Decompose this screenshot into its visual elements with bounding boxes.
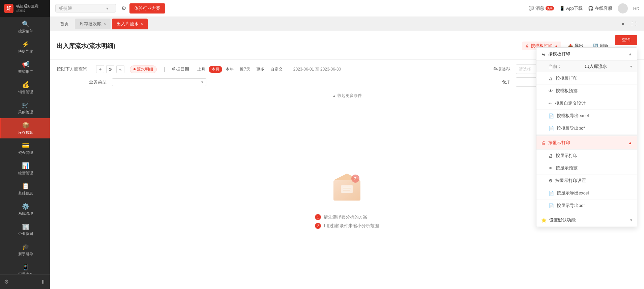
corp-icon: 🏢 — [22, 223, 29, 230]
dropdown-display-setting[interactable]: ⚙ 按显示打印设置 — [536, 175, 637, 187]
sidebar-item-sales[interactable]: 💰 销售管理 — [0, 78, 50, 98]
filter-actions-group: ＋ ⚙ « — [96, 65, 124, 73]
tab-flow[interactable]: 出入库流水 × — [112, 19, 148, 29]
date-tab-7days[interactable]: 近7天 — [237, 65, 253, 73]
dropdown-divider1 — [536, 135, 637, 136]
dropdown-template-pdf-label: 按模板导出pdf — [557, 125, 585, 131]
expand-window-button[interactable]: ⛶ — [629, 19, 639, 29]
dropdown-display-print-icon: 🖨 — [549, 153, 553, 158]
logo-text-group: 畅捷通好生意 标准版 — [16, 4, 38, 13]
window-controls: ✕ ⛶ — [618, 17, 639, 31]
tabs-bar: 首页 库存批次账 × 出入库流水 × ✕ ⛶ — [50, 17, 644, 31]
header-search-box[interactable]: ▾ — [55, 4, 116, 12]
tab-batch-close[interactable]: × — [104, 22, 106, 26]
sidebar-item-shortcut[interactable]: ⚡ 快捷导航 — [0, 37, 50, 57]
sidebar-item-marketing[interactable]: 📢 营销推广 — [0, 57, 50, 78]
sidebar-item-inventory[interactable]: 📦 库存核算 — [0, 118, 50, 138]
filter-business-select[interactable]: ▾ — [112, 78, 206, 86]
guide-icon: 🎓 — [22, 243, 29, 251]
dropdown-template-chevron: ▲ — [628, 52, 632, 56]
dropdown-template-excel[interactable]: 📄 按模板导出excel — [536, 110, 637, 122]
top-header: ▾ ⚙ 体验行业方案 💬 消息 99+ 📱 App下载 🎧 在线客服 Rit — [50, 0, 644, 17]
sidebar-bottom: ⚙ ⏸ — [0, 274, 50, 289]
dropdown-set-default[interactable]: ⭐ 设置默认功能 ▾ — [536, 214, 637, 227]
dropdown-display-section-title: 按显示打印 — [548, 140, 570, 146]
filter-business-label: 业务类型 — [89, 79, 107, 85]
date-tab-year[interactable]: 本年 — [223, 65, 236, 73]
date-tab-custom[interactable]: 自定义 — [268, 65, 285, 73]
search-icon: 🔍 — [22, 20, 29, 28]
dropdown-template-print[interactable]: 🖨 按模板打印 — [536, 72, 637, 85]
dropdown-display-excel[interactable]: 📄 按显示导出excel — [536, 187, 637, 200]
sidebar-label-guide: 新手引导 — [18, 252, 33, 257]
sidebar-label-app: 应用中心 — [18, 272, 33, 274]
service-icon: 🎧 — [588, 6, 593, 11]
shortcut-icon: ⚡ — [22, 41, 29, 48]
sidebar-item-system[interactable]: ⚙️ 系统管理 — [0, 199, 50, 219]
filter-add-button[interactable]: ＋ — [96, 65, 104, 73]
query-button[interactable]: 查询 — [615, 35, 637, 45]
sidebar-label-operation: 经营管理 — [18, 170, 33, 176]
service-label: 在线客服 — [595, 5, 612, 11]
message-label: 消息 — [535, 5, 544, 11]
date-filter-tabs: 上月 本月 本年 近7天 更多 自定义 — [195, 65, 285, 73]
empty-steps: 1 请先选择要分析的方案 2 用[过滤]条件来缩小分析范围 — [315, 214, 379, 229]
sidebar-item-purchase[interactable]: 🛒 采购管理 — [0, 98, 50, 118]
tab-flow-close[interactable]: × — [141, 22, 143, 26]
dropdown-template-preview[interactable]: 👁 按模板预览 — [536, 85, 637, 97]
trial-button[interactable]: 体验行业方案 — [129, 3, 165, 14]
dropdown-display-section[interactable]: 🖨 按显示打印 ▲ — [536, 136, 637, 150]
tab-batch[interactable]: 库存批次账 × — [75, 19, 111, 29]
print-dropdown-panel: 🖨 按模板打印 ▲ 当前： 出入库流水 ▾ 🖨 按模板打印 — [536, 47, 637, 227]
sidebar-label-search: 搜索菜单 — [18, 29, 33, 34]
dropdown-display-print[interactable]: 🖨 按显示打印 — [536, 150, 637, 162]
dropdown-display-excel-label: 按显示导出excel — [557, 190, 589, 196]
dropdown-template-custom-icon: ✏ — [549, 101, 552, 106]
dropdown-template-pdf[interactable]: 📄 按模板导出pdf — [536, 122, 637, 135]
close-window-button[interactable]: ✕ — [618, 19, 628, 29]
message-item[interactable]: 💬 消息 99+ — [529, 5, 554, 11]
settings-bottom-icon[interactable]: ⚙ — [4, 279, 9, 285]
user-avatar[interactable] — [618, 3, 628, 14]
dropdown-current-arrow: ▾ — [630, 64, 632, 69]
svg-rect-2 — [341, 185, 353, 193]
service-item[interactable]: 🎧 在线客服 — [588, 5, 612, 11]
tab-home[interactable]: 首页 — [55, 19, 74, 29]
header-gear-icon[interactable]: ⚙ — [121, 5, 126, 11]
search-dropdown-arrow[interactable]: ▾ — [106, 6, 108, 11]
dropdown-template-custom[interactable]: ✏ 模板自定义设计 — [536, 97, 637, 110]
filter-settings-button[interactable]: ⚙ — [106, 65, 114, 73]
sidebar-item-search[interactable]: 🔍 搜索菜单 — [0, 17, 50, 37]
dropdown-template-section[interactable]: 🖨 按模板打印 ▲ — [536, 48, 637, 61]
dropdown-current-value: 出入库流水 — [585, 63, 607, 70]
sidebar-label-corp: 企业协同 — [18, 231, 33, 236]
date-tab-current[interactable]: 本月 — [209, 66, 222, 73]
header-right: 💬 消息 99+ 📱 App下载 🎧 在线客服 Rit — [529, 3, 639, 14]
dropdown-display-preview[interactable]: 👁 按显示预览 — [536, 162, 637, 175]
filter-warehouse-label: 仓库 — [502, 79, 510, 85]
filter-tag-pill[interactable]: 流水明细 — [130, 65, 157, 73]
header-search-input[interactable] — [59, 6, 106, 11]
collapse-label: 收起更多条件 — [338, 93, 362, 99]
user-name: Rit — [633, 6, 639, 11]
sidebar-item-guide[interactable]: 🎓 新手引导 — [0, 240, 50, 260]
date-tab-more[interactable]: 更多 — [254, 65, 267, 73]
dropdown-divider2 — [536, 213, 637, 213]
sidebar-item-operation[interactable]: 📊 经营管理 — [0, 159, 50, 179]
date-tab-prev[interactable]: 上月 — [195, 65, 208, 73]
step-num-2: 2 — [315, 223, 321, 229]
dropdown-display-preview-label: 按显示预览 — [556, 165, 578, 171]
dropdown-display-setting-label: 按显示打印设置 — [555, 178, 586, 184]
sidebar-item-basic[interactable]: 📋 基础信息 — [0, 179, 50, 199]
app-download-item[interactable]: 📱 App下载 — [559, 5, 583, 11]
dropdown-display-preview-icon: 👁 — [549, 166, 553, 171]
system-icon: ⚙️ — [22, 203, 29, 210]
sidebar-item-finance[interactable]: 💳 资金管理 — [0, 138, 50, 159]
collapse-icon[interactable]: ⏸ — [40, 279, 46, 285]
dropdown-set-default-chevron: ▾ — [630, 218, 632, 222]
sidebar-label-finance: 资金管理 — [18, 150, 33, 155]
dropdown-display-pdf[interactable]: 📄 按显示导出pdf — [536, 200, 637, 212]
sidebar-item-app[interactable]: 📱 应用中心 — [0, 260, 50, 274]
filter-collapse-button[interactable]: « — [116, 65, 124, 73]
sidebar-item-corp[interactable]: 🏢 企业协同 — [0, 219, 50, 240]
